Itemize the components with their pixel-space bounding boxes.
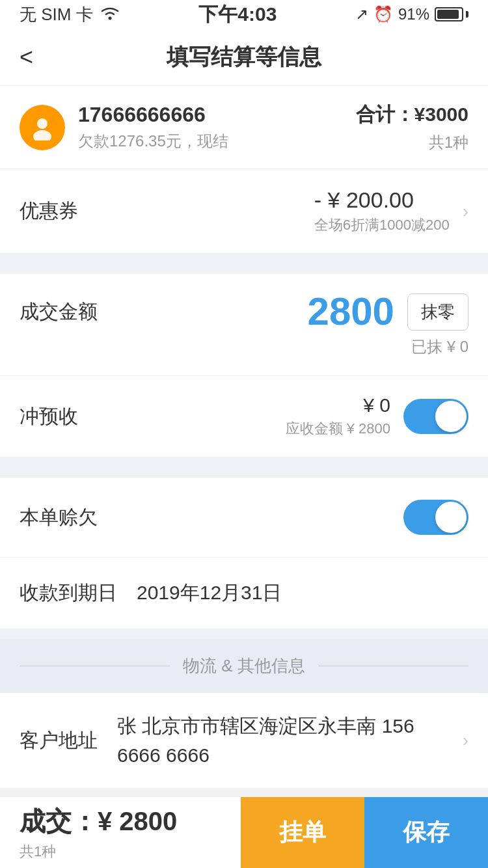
- round-button[interactable]: 抹零: [407, 293, 468, 331]
- debt-toggle[interactable]: [403, 500, 468, 535]
- total-amount-value: ¥3000: [414, 103, 468, 125]
- svg-point-2: [33, 130, 51, 141]
- status-left: 无 SIM 卡: [20, 3, 120, 26]
- customer-info: 17666666666 欠款1276.35元，现结: [78, 103, 228, 152]
- prepay-amount: ¥ 0: [286, 394, 390, 416]
- prepay-right: ¥ 0 应收金额 ¥ 2800: [286, 394, 468, 439]
- divider-1: [0, 264, 488, 274]
- due-date-label: 收款到期日: [20, 580, 117, 606]
- bottom-summary: 成交：¥ 2800 共1种: [0, 804, 241, 861]
- debt-toggle-knob: [435, 502, 467, 533]
- deal-amount-label: 成交金额: [20, 299, 98, 325]
- hang-button[interactable]: 挂单: [241, 797, 364, 869]
- nav-bar: < 填写结算等信息: [0, 29, 488, 86]
- due-date-value: 2019年12月31日: [137, 580, 282, 606]
- address-arrow-icon: ›: [463, 730, 468, 751]
- address-value: 张 北京市市辖区海淀区永丰南 156 6666 6666: [117, 711, 456, 770]
- prepay-row: 冲预收 ¥ 0 应收金额 ¥ 2800: [0, 375, 488, 457]
- sim-label: 无 SIM 卡: [20, 3, 93, 26]
- save-button[interactable]: 保存: [364, 797, 488, 869]
- status-time: 下午4:03: [198, 1, 277, 28]
- bottom-deal-value: ¥ 2800: [98, 807, 177, 835]
- prepay-sub-text: 应收金额 ¥ 2800: [286, 419, 390, 439]
- coupon-discount: - ¥ 200.00: [314, 187, 450, 213]
- deal-amount-row: 成交金额 2800 抹零 已抹 ¥ 0: [0, 274, 488, 375]
- svg-point-0: [108, 16, 111, 20]
- bottom-bar: 成交：¥ 2800 共1种 挂单 保存: [0, 796, 488, 868]
- deal-row-inner: 成交金额 2800 抹零: [20, 292, 468, 331]
- logistics-line-left: [20, 666, 170, 666]
- bottom-count: 共1种: [20, 842, 221, 861]
- customer-row: 17666666666 欠款1276.35元，现结 合计：¥3000 共1种: [0, 86, 488, 169]
- prepay-toggle[interactable]: [403, 399, 468, 434]
- status-right: ↗ ⏰ 91%: [355, 5, 468, 23]
- deal-sub-text: 已抹 ¥ 0: [20, 336, 468, 357]
- prepay-amount-block: ¥ 0 应收金额 ¥ 2800: [286, 394, 390, 439]
- coupon-arrow-icon: ›: [463, 201, 468, 222]
- divider-2: [0, 467, 488, 478]
- debt-label: 本单赊欠: [20, 504, 98, 531]
- logistics-text: 物流 & 其他信息: [183, 655, 305, 677]
- total-count: 共1种: [356, 132, 468, 153]
- due-date-row: 收款到期日 2019年12月31日: [0, 557, 488, 629]
- customer-phone: 17666666666: [78, 103, 228, 127]
- battery-icon: [435, 7, 468, 21]
- bottom-deal-label: 成交：: [20, 807, 98, 835]
- coupon-label: 优惠券: [20, 198, 78, 224]
- customer-right: 合计：¥3000 共1种: [356, 102, 468, 153]
- address-section: 客户地址 张 北京市市辖区海淀区永丰南 156 6666 6666 ›: [0, 693, 488, 788]
- back-button[interactable]: <: [20, 44, 33, 71]
- deal-right: 2800 抹零: [308, 292, 468, 331]
- address-row[interactable]: 客户地址 张 北京市市辖区海淀区永丰南 156 6666 6666 ›: [0, 693, 488, 788]
- svg-point-1: [37, 118, 47, 129]
- debt-section: 本单赊欠 收款到期日 2019年12月31日: [0, 478, 488, 629]
- clock-icon: ⏰: [373, 5, 393, 23]
- deal-section: 成交金额 2800 抹零 已抹 ¥ 0 冲预收 ¥ 0 应收金额 ¥ 2800: [0, 274, 488, 457]
- logistics-line-right: [318, 666, 468, 666]
- customer-section: 17666666666 欠款1276.35元，现结 合计：¥3000 共1种 优…: [0, 86, 488, 253]
- debt-row: 本单赊欠: [0, 478, 488, 557]
- wifi-icon: [100, 5, 120, 25]
- deal-amount-value: 2800: [308, 292, 394, 331]
- location-icon: ↗: [355, 5, 368, 23]
- page-title: 填写结算等信息: [167, 42, 321, 72]
- coupon-info: - ¥ 200.00 全场6折满1000减200: [314, 187, 450, 235]
- status-bar: 无 SIM 卡 下午4:03 ↗ ⏰ 91%: [0, 0, 488, 29]
- coupon-row[interactable]: 优惠券 - ¥ 200.00 全场6折满1000减200 ›: [0, 169, 488, 253]
- customer-sub-text: 欠款1276.35元，现结: [78, 131, 228, 152]
- address-label: 客户地址: [20, 727, 98, 754]
- total-amount: 合计：¥3000: [356, 102, 468, 128]
- total-label: 合计：: [356, 103, 414, 125]
- battery-percentage: 91%: [398, 5, 429, 23]
- coupon-description: 全场6折满1000减200: [314, 215, 450, 235]
- toggle-knob: [435, 401, 467, 432]
- prepay-label: 冲预收: [20, 403, 78, 430]
- avatar: [20, 105, 65, 150]
- customer-left: 17666666666 欠款1276.35元，现结: [20, 103, 228, 152]
- coupon-right: - ¥ 200.00 全场6折满1000减200 ›: [314, 187, 468, 235]
- logistics-separator: 物流 & 其他信息: [0, 639, 488, 693]
- bottom-deal-amount: 成交：¥ 2800: [20, 804, 221, 839]
